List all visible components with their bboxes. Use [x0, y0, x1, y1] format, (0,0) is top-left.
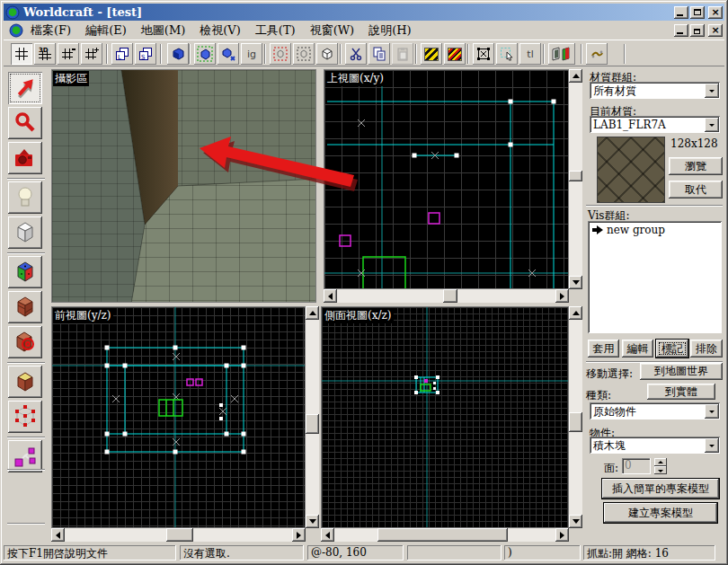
menu-window[interactable]: 視窗(W) [303, 21, 362, 40]
vertex-tool-button[interactable] [8, 401, 42, 433]
top-viewport[interactable]: 上視圖(x/y) [324, 69, 569, 289]
scroll-left-button[interactable] [324, 289, 337, 303]
show-all-button[interactable] [316, 43, 338, 65]
ignore-groups-button[interactable]: ig [241, 43, 262, 65]
paste-button[interactable] [392, 43, 413, 65]
to-entity-button[interactable]: 到實體 [647, 384, 715, 400]
top-view-vscrollbar[interactable] [569, 69, 582, 289]
vscroll-thumb[interactable] [569, 171, 582, 181]
chevron-down-icon[interactable] [705, 438, 719, 453]
visgroup-exclude-button[interactable]: 排除 [690, 340, 723, 358]
toggle-3d-grid-button[interactable]: 3D [34, 43, 56, 65]
clipping-tool-button[interactable] [8, 366, 42, 398]
scroll-up-button[interactable] [569, 306, 582, 320]
mdi-minimize-button[interactable] [674, 24, 688, 37]
hide-selected-button[interactable] [270, 43, 291, 65]
larger-grid-button[interactable] [81, 43, 102, 65]
vscroll-thumb[interactable] [306, 414, 319, 434]
top-view-hscrollbar[interactable] [324, 289, 569, 303]
scroll-right-button[interactable] [292, 528, 306, 542]
to-world-button[interactable]: 到地圖世界 [640, 363, 723, 380]
create-prefab-button[interactable]: 建立專案模型 [604, 503, 717, 523]
mdi-restore-button[interactable] [690, 24, 705, 37]
front-viewport[interactable]: 前視圖(y/z) [51, 306, 306, 528]
menu-view[interactable]: 檢視(V) [192, 21, 248, 40]
group-button[interactable] [194, 43, 216, 65]
side-viewport[interactable]: 側面視圖(x/z) [321, 306, 569, 528]
scroll-left-button[interactable] [321, 528, 334, 542]
texture-application-tool-button[interactable] [8, 256, 42, 288]
mdi-close-button[interactable]: × [708, 24, 723, 37]
texture-lock-button[interactable]: tl [519, 43, 541, 65]
visgroup-mark-button[interactable]: 標記 [656, 340, 688, 358]
replace-button[interactable]: 取代 [669, 181, 723, 199]
current-texture-combo[interactable]: LAB1_FLR7A [590, 116, 721, 134]
ungroup-button[interactable] [218, 43, 239, 65]
faces-input[interactable]: 0 [622, 458, 651, 474]
hscroll-thumb[interactable] [377, 528, 508, 542]
visgroup-item[interactable]: new group [588, 221, 723, 239]
smaller-grid-button[interactable] [58, 43, 79, 65]
menu-map[interactable]: 地圖(M) [134, 21, 192, 40]
visgroup-edit-button[interactable]: 編輯 [622, 340, 653, 358]
menu-edit[interactable]: 編輯(E) [78, 21, 134, 40]
goto-brush-button[interactable] [167, 43, 189, 65]
make-hollow-button[interactable] [444, 43, 466, 65]
group-selection-button[interactable] [473, 43, 494, 65]
cut-button[interactable] [345, 43, 367, 65]
camera-3d-render [52, 70, 316, 303]
texture-preview [597, 137, 665, 203]
faces-spin-down[interactable] [654, 466, 667, 474]
decal-tool-button[interactable] [8, 326, 42, 358]
texture-group-combo[interactable]: 所有材質 [590, 82, 721, 100]
entity-tool-button[interactable] [8, 181, 42, 214]
menu-help[interactable]: 說明(H) [361, 21, 418, 40]
visgroup-apply-button[interactable]: 套用 [588, 340, 619, 358]
load-window-state-button[interactable]: L [111, 43, 133, 65]
block-tool-button[interactable] [8, 216, 42, 249]
copy-button[interactable] [368, 43, 390, 65]
selection-tool-button[interactable] [8, 72, 42, 104]
scroll-up-button[interactable] [569, 69, 582, 83]
scroll-left-button[interactable] [51, 528, 65, 542]
scroll-up-button[interactable] [306, 306, 319, 320]
side-view-hscrollbar[interactable] [321, 528, 569, 542]
vscroll-thumb[interactable] [569, 412, 582, 432]
scroll-right-button[interactable] [555, 289, 569, 303]
magic-select-button[interactable] [496, 43, 518, 65]
front-view-vscrollbar[interactable] [306, 306, 319, 528]
texture-application-button[interactable] [548, 43, 575, 65]
hide-unselected-button[interactable] [293, 43, 315, 65]
browse-button[interactable]: 瀏覽 [669, 157, 723, 175]
run-map-button[interactable] [586, 43, 608, 65]
scroll-down-button[interactable] [569, 276, 582, 289]
toggle-grid-button[interactable] [11, 43, 32, 65]
scroll-down-button[interactable] [306, 515, 319, 528]
chevron-down-icon[interactable] [705, 118, 719, 132]
menu-file[interactable]: 檔案(F) [23, 21, 78, 40]
hscroll-thumb[interactable] [166, 528, 193, 542]
camera-tool-button[interactable] [8, 142, 42, 174]
scroll-down-button[interactable] [569, 515, 582, 528]
insert-prefab-button[interactable]: 插入簡單的專案模型 [602, 479, 719, 499]
close-button[interactable]: × [708, 6, 723, 19]
visgroups-list[interactable]: new group [588, 221, 723, 334]
category-combo[interactable]: 原始物件 [590, 402, 721, 420]
scroll-right-button[interactable] [555, 528, 569, 542]
carve-button[interactable] [421, 43, 442, 65]
objects-combo[interactable]: 積木塊 [590, 437, 721, 455]
faces-spin-up[interactable] [654, 458, 667, 466]
minimize-button[interactable] [674, 6, 688, 19]
save-window-state-button[interactable]: S [135, 43, 156, 65]
path-tool-button[interactable] [8, 440, 42, 472]
magnify-tool-button[interactable] [8, 107, 42, 139]
front-view-hscrollbar[interactable] [51, 528, 306, 542]
menu-tools[interactable]: 工具(T) [248, 21, 303, 40]
hscroll-thumb[interactable] [443, 289, 457, 303]
side-view-vscrollbar[interactable] [569, 306, 582, 528]
camera-viewport[interactable]: 攝影區 [51, 69, 316, 303]
chevron-down-icon[interactable] [705, 84, 719, 98]
maximize-button[interactable] [690, 6, 705, 19]
chevron-down-icon[interactable] [705, 404, 719, 419]
apply-texture-tool-button[interactable] [8, 291, 42, 323]
